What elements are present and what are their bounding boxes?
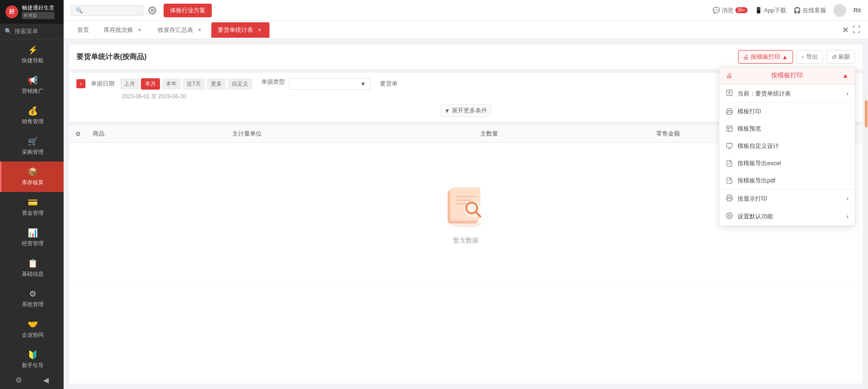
goods-filter-label: 要货单 (380, 80, 398, 88)
sidebar-item-guide[interactable]: 🔰 新手引导 (0, 344, 64, 371)
col-product: 商品 (87, 125, 227, 143)
tab-collection-close[interactable]: × (196, 26, 203, 34)
filter-toggle-icon: › (80, 81, 82, 87)
topbar-actions: 💬 消息 99+ 📱 App下载 🎧 在线客服 Rit (713, 4, 861, 17)
date-btn-more[interactable]: 更多 (207, 78, 226, 90)
search-icon: 🔍 (5, 28, 12, 35)
gear-icon[interactable] (148, 5, 159, 16)
refresh-icon: ↺ (832, 54, 837, 61)
sales-icon: 💰 (28, 106, 38, 116)
export-btn[interactable]: ↑ 导出 (797, 50, 823, 64)
sidebar-item-quick-nav[interactable]: ⚡ 快捷导航 (0, 40, 64, 70)
default-function-left: 设置默认功能 (726, 212, 773, 221)
message-btn[interactable]: 💬 消息 99+ (713, 6, 748, 15)
sidebar-item-sales[interactable]: 💰 销售管理 (0, 101, 64, 131)
tab-order-stats-label: 要货单统计表 (218, 26, 253, 34)
export-icon: ↑ (802, 54, 805, 61)
maximize-window-btn[interactable]: ⛶ (853, 25, 861, 35)
topbar-search[interactable]: 🔍 (71, 5, 144, 16)
header-actions: 🖨 按模板打印 ▲ ↑ 导出 ↺ 刷新 🖨 按模板打印 (738, 50, 855, 64)
tab-order-stats-close[interactable]: × (256, 26, 263, 34)
date-filter-label: 单据日期 (91, 80, 115, 88)
tab-batch-account-close[interactable]: × (136, 26, 143, 34)
expand-conditions-btn[interactable]: ▼ 展开更多条件 (440, 104, 492, 117)
tab-home[interactable]: 首页 (71, 22, 95, 38)
sidebar-item-purchase[interactable]: 🛒 采购管理 (0, 131, 64, 162)
dropdown-default-function[interactable]: 设置默认功能 › (719, 207, 855, 225)
sidebar-item-finance[interactable]: 💳 资金管理 (0, 192, 64, 222)
sidebar-item-label: 企业协同 (22, 331, 44, 339)
app-download-label: App下载 (764, 6, 786, 15)
app-download-btn[interactable]: 📱 App下载 (755, 6, 786, 15)
message-label: 消息 (722, 6, 733, 15)
dropdown-header[interactable]: 🖨 按模板打印 ▲ (719, 67, 855, 85)
type-select-arrow: ▼ (360, 81, 366, 87)
template-print-item-label: 模板打印 (738, 107, 761, 116)
type-filter-label: 单据类型 (261, 78, 285, 85)
col-settings[interactable]: ⚙ (69, 125, 87, 143)
sidebar-search[interactable]: 🔍 搜索菜单 (0, 24, 64, 40)
export-label: 导出 (806, 53, 818, 61)
sidebar-item-label: 快捷导航 (22, 57, 44, 65)
sidebar-item-system[interactable]: ⚙ 系统管理 (0, 283, 64, 314)
refresh-btn[interactable]: ↺ 刷新 (827, 50, 855, 64)
tab-bar: 首页 库存批次账 × 收发存汇总表 × 要货单统计表 × ✕ ⛶ (64, 21, 868, 39)
date-btn-7days[interactable]: 近7天 (183, 78, 205, 90)
app-name: 畅捷通好生意 (22, 5, 55, 12)
dropdown-close-arrow[interactable]: ▲ (842, 72, 848, 79)
date-btn-custom[interactable]: 自定义 (228, 78, 252, 90)
collapse-icon[interactable]: ◀ (43, 376, 49, 384)
svg-rect-4 (727, 143, 732, 147)
tab-batch-account[interactable]: 库存批次账 × (97, 22, 150, 38)
finance-icon: 💳 (28, 197, 38, 207)
date-btn-this-year[interactable]: 本年 (162, 78, 181, 90)
inventory-icon: 📦 (28, 167, 38, 177)
sidebar-item-label: 经营管理 (22, 240, 44, 248)
sidebar-item-inventory[interactable]: 📦 库存核算 (0, 162, 64, 192)
date-btn-this-month[interactable]: 本月 (141, 78, 160, 90)
date-btn-last-month[interactable]: 上月 (120, 78, 139, 90)
current-template-icon (726, 89, 733, 98)
display-print-arrow: › (847, 195, 848, 202)
sidebar-item-label: 营销推广 (22, 87, 44, 95)
tab-collection-summary[interactable]: 收发存汇总表 × (151, 22, 210, 38)
sidebar-nav: ⚡ 快捷导航 📢 营销推广 💰 销售管理 🛒 采购管理 📦 库存核算 💳 (0, 40, 64, 371)
chevron-up-icon: ▲ (782, 54, 788, 61)
sidebar-item-collab[interactable]: 🤝 企业协同 (0, 314, 64, 344)
operations-icon: 📊 (28, 228, 38, 238)
template-print-btn[interactable]: 🖨 按模板打印 ▲ (738, 50, 793, 64)
template-custom-icon (726, 142, 733, 150)
dropdown-template-print[interactable]: 模板打印 (719, 103, 855, 120)
sidebar-item-basics[interactable]: 📋 基础信息 (0, 253, 64, 283)
logo-icon: 好 (5, 5, 18, 18)
experience-button[interactable]: 体验行业方案 (164, 4, 212, 17)
expand-label: 展开更多条件 (452, 106, 487, 115)
close-window-btn[interactable]: ✕ (842, 25, 849, 35)
dropdown-export-excel[interactable]: 按模板导出excel (719, 155, 855, 172)
scrollbar-thumb[interactable] (865, 100, 868, 127)
sidebar-footer: ⚙ ◀ (0, 371, 64, 389)
avatar[interactable] (833, 4, 846, 17)
purchase-icon: 🛒 (28, 136, 38, 147)
expand-icon: ▼ (444, 107, 450, 114)
sidebar-logo: 好 畅捷通好生意 标准版 (0, 0, 64, 24)
tab-home-label: 首页 (77, 26, 89, 34)
export-excel-icon (726, 160, 733, 167)
dropdown-template-preview[interactable]: 模板预览 (719, 120, 855, 137)
settings-icon[interactable]: ⚙ (15, 376, 22, 384)
dropdown-export-pdf[interactable]: 按模板导出pdf (719, 172, 855, 189)
type-select[interactable]: ▼ (289, 78, 371, 90)
sidebar-item-operations[interactable]: 📊 经营管理 (0, 222, 64, 253)
sidebar-item-label: 系统管理 (22, 301, 44, 308)
right-scrollbar[interactable] (864, 91, 868, 389)
online-service-btn[interactable]: 🎧 在线客服 (793, 6, 826, 15)
template-custom-label: 模板自定义设计 (738, 142, 779, 150)
headset-icon: 🎧 (793, 7, 801, 14)
dropdown-template-custom[interactable]: 模板自定义设计 (719, 137, 855, 155)
tab-order-stats[interactable]: 要货单统计表 × (211, 22, 269, 38)
dropdown-display-print[interactable]: 按显示打印 › (719, 190, 855, 207)
sidebar-item-marketing[interactable]: 📢 营销推广 (0, 70, 64, 101)
dropdown-current-template[interactable]: 当前：要货单统计表 › (719, 85, 855, 102)
filter-expand-toggle[interactable]: › (76, 79, 85, 88)
svg-point-10 (728, 215, 730, 217)
